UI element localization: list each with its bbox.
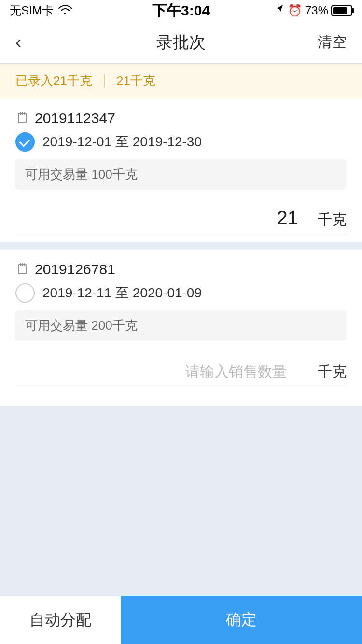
qty-inner-1: 21 千克 bbox=[0, 203, 362, 232]
status-time: 下午3:04 bbox=[152, 1, 210, 21]
input-placeholder-2: 请输入销售数量 bbox=[185, 362, 287, 382]
confirm-button[interactable]: 确定 bbox=[121, 596, 362, 644]
quantity-value-1: 21 bbox=[277, 207, 299, 229]
doc-icon-1: 🗒 bbox=[15, 110, 30, 126]
clear-button[interactable]: 清空 bbox=[318, 32, 347, 52]
radio-2[interactable] bbox=[15, 283, 35, 303]
item-date-1: 2019-12-01 至 2019-12-30 bbox=[42, 133, 202, 151]
info-label: 已录入21千克 bbox=[15, 72, 92, 89]
quantity-wrapper-1: 21 千克 bbox=[0, 203, 362, 242]
info-divider bbox=[104, 74, 105, 88]
input-row-2: 请输入销售数量 千克 bbox=[0, 354, 362, 384]
input-wrapper-2: 请输入销售数量 千克 bbox=[0, 354, 362, 406]
item-avail-1: 可用交易量 100千克 bbox=[15, 159, 347, 190]
doc-icon-2: 🗒 bbox=[15, 261, 30, 278]
info-value: 21千克 bbox=[116, 72, 155, 89]
item-avail-2: 可用交易量 200千克 bbox=[15, 310, 347, 341]
status-left: 无SIM卡 bbox=[10, 3, 72, 18]
divider-1 bbox=[15, 232, 347, 232]
status-bar: 无SIM卡 下午3:04 ⏰ 73% bbox=[0, 0, 362, 21]
item-header-1: 🗒 2019112347 bbox=[15, 110, 347, 126]
separator-1 bbox=[0, 242, 362, 250]
item-id-1: 2019112347 bbox=[35, 110, 115, 126]
alarm-icon: ⏰ bbox=[288, 4, 302, 17]
battery-percent: 73% bbox=[305, 4, 328, 17]
input-divider-2 bbox=[15, 386, 347, 386]
radio-1[interactable] bbox=[15, 132, 35, 152]
status-right: ⏰ 73% bbox=[276, 4, 352, 17]
item-id-2: 2019126781 bbox=[35, 261, 115, 278]
item-date-2: 2019-12-11 至 2020-01-09 bbox=[42, 284, 202, 302]
bottom-bar: 自动分配 确定 bbox=[0, 596, 362, 644]
item-date-row-1: 2019-12-01 至 2019-12-30 bbox=[15, 132, 347, 152]
nav-bar: ‹ 录批次 清空 bbox=[0, 21, 362, 64]
item-card-1[interactable]: 🗒 2019112347 2019-12-01 至 2019-12-30 可用交… bbox=[0, 98, 362, 203]
back-button[interactable]: ‹ bbox=[15, 32, 44, 53]
page-title: 录批次 bbox=[156, 31, 206, 54]
empty-area bbox=[0, 406, 362, 599]
item-date-row-2: 2019-12-11 至 2020-01-09 bbox=[15, 283, 347, 303]
sim-text: 无SIM卡 bbox=[10, 3, 54, 18]
quantity-unit-1: 千克 bbox=[318, 210, 347, 230]
info-banner: 已录入21千克 21千克 bbox=[0, 64, 362, 98]
item-card-2[interactable]: 🗒 2019126781 2019-12-11 至 2020-01-09 可用交… bbox=[0, 250, 362, 354]
location-icon bbox=[276, 4, 285, 17]
auto-distribute-button[interactable]: 自动分配 bbox=[0, 596, 121, 644]
wifi-icon bbox=[57, 4, 72, 17]
item-header-2: 🗒 2019126781 bbox=[15, 261, 347, 278]
battery-icon bbox=[331, 5, 352, 16]
input-unit-2: 千克 bbox=[318, 362, 347, 382]
